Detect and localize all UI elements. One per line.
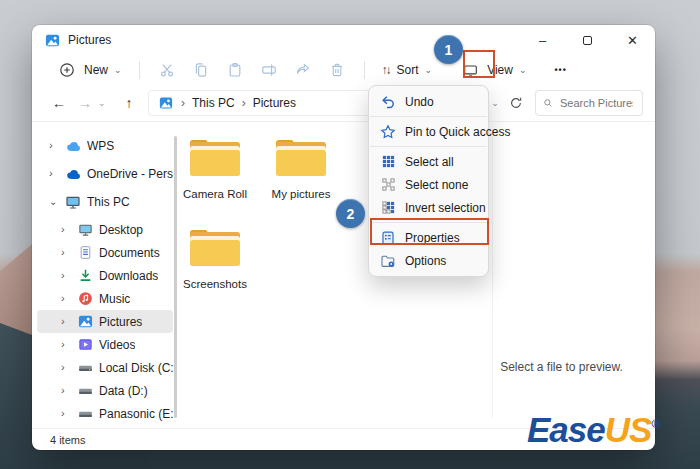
menu-item-label: Undo (405, 95, 434, 109)
back-button[interactable]: ← (46, 90, 72, 116)
sidebar-item-onedrive[interactable]: › OneDrive - Persona (37, 162, 173, 185)
delete-button[interactable] (325, 58, 349, 82)
chevron-right-icon[interactable]: › (61, 408, 71, 419)
ellipsis-icon: ••• (554, 65, 566, 75)
download-arrow-icon (77, 268, 93, 284)
chevron-right-icon[interactable]: › (61, 247, 71, 258)
chevron-right-icon[interactable]: › (61, 293, 71, 304)
folder-tile-screenshots[interactable]: Screenshots (170, 225, 260, 290)
chevron-right-icon[interactable]: › (49, 168, 59, 179)
pictures-icon (77, 314, 93, 330)
sidebar-item-label: Downloads (99, 269, 158, 283)
sidebar-item-label: Panasonic (E:) (99, 407, 173, 421)
window-controls: – ✕ (520, 25, 655, 55)
menu-item-label: Invert selection (405, 201, 486, 215)
hard-drive-icon (77, 383, 93, 399)
see-more-button[interactable]: ••• (547, 62, 573, 78)
chevron-right-icon[interactable]: › (61, 316, 71, 327)
close-button[interactable]: ✕ (610, 25, 655, 55)
copy-icon (193, 62, 209, 78)
sidebar-item-label: Desktop (99, 223, 143, 237)
folder-options-icon (380, 253, 396, 269)
refresh-button[interactable] (503, 90, 529, 116)
share-button[interactable] (291, 58, 315, 82)
easeus-watermark: EaseUS® (527, 412, 661, 447)
menu-item-select-all[interactable]: Select all (369, 150, 488, 173)
breadcrumb-pictures[interactable]: Pictures (253, 96, 296, 110)
search-icon (543, 97, 553, 109)
menu-item-pin-to-quick-access[interactable]: Pin to Quick access (369, 120, 488, 143)
sidebar-item-videos[interactable]: › Videos (37, 333, 173, 356)
sidebar-item-pictures[interactable]: › Pictures (37, 310, 173, 333)
menu-item-label: Pin to Quick access (405, 125, 510, 139)
search-input[interactable] (558, 96, 635, 110)
rename-button[interactable] (257, 58, 281, 82)
breadcrumb-this-pc[interactable]: This PC (192, 96, 235, 110)
chevron-right-icon[interactable]: › (61, 270, 71, 281)
menu-item-invert-selection[interactable]: Invert selection (369, 196, 488, 219)
folder-tile-camera-roll[interactable]: Camera Roll (170, 135, 260, 200)
chevron-right-icon[interactable]: › (49, 140, 59, 151)
sidebar-item-label: Videos (99, 338, 135, 352)
sidebar-item-label: Documents (99, 246, 160, 260)
hard-drive-icon (77, 406, 93, 422)
minimize-button[interactable]: – (520, 25, 565, 55)
sidebar-item-desktop[interactable]: › Desktop (37, 218, 173, 241)
command-toolbar: New ⌄ ↑↓ Sort ⌄ (32, 55, 655, 85)
toolbar-divider (139, 61, 140, 79)
recent-locations-chevron[interactable]: ⌄ (98, 98, 116, 108)
sidebar-item-wps[interactable]: › WPS (37, 134, 173, 157)
up-button[interactable]: ↑ (116, 90, 142, 116)
preview-pane-divider (492, 132, 493, 418)
maximize-icon (583, 36, 592, 45)
desktop-icon (77, 222, 93, 238)
explorer-window: Pictures – ✕ New ⌄ (32, 25, 655, 450)
menu-item-label: Select all (405, 155, 454, 169)
chevron-right-icon[interactable]: › (61, 339, 71, 350)
pictures-folder-icon (158, 95, 174, 111)
sidebar-item-data-d[interactable]: › Data (D:) (37, 379, 173, 402)
sidebar-item-this-pc[interactable]: ⌄ This PC (37, 190, 173, 213)
invert-selection-icon (380, 200, 396, 216)
clipboard-icon (227, 62, 243, 78)
menu-separator (370, 116, 487, 117)
sidebar-item-documents[interactable]: › Documents (37, 241, 173, 264)
sidebar-item-label: This PC (87, 195, 130, 209)
pictures-folder-icon (44, 32, 60, 48)
chevron-right-icon[interactable]: › (61, 224, 71, 235)
select-none-icon (380, 177, 396, 193)
sidebar-item-label: Local Disk (C:) (99, 361, 173, 375)
cut-button[interactable] (155, 58, 179, 82)
menu-item-select-none[interactable]: Select none (369, 173, 488, 196)
forward-button[interactable]: → (72, 90, 98, 116)
menu-item-options[interactable]: Options (369, 249, 488, 272)
hard-drive-icon (77, 360, 93, 376)
folder-name: Camera Roll (170, 188, 260, 200)
callout-step-2: 2 (336, 199, 365, 228)
sidebar-item-downloads[interactable]: › Downloads (37, 264, 173, 287)
maximize-button[interactable] (565, 25, 610, 55)
menu-item-undo[interactable]: Undo (369, 90, 488, 113)
search-box[interactable] (535, 90, 643, 116)
address-dropdown-chevron[interactable]: ⌄ (487, 98, 503, 108)
menu-separator (370, 146, 487, 147)
sidebar-item-panasonic-e[interactable]: › Panasonic (E:) (37, 402, 173, 425)
scissors-icon (159, 62, 175, 78)
copy-button[interactable] (189, 58, 213, 82)
onedrive-cloud-icon (65, 166, 81, 182)
paste-button[interactable] (223, 58, 247, 82)
title-bar[interactable]: Pictures – ✕ (32, 25, 655, 55)
select-all-icon (380, 154, 396, 170)
sidebar-item-local-disk-c[interactable]: › Local Disk (C:) (37, 356, 173, 379)
chevron-right-icon[interactable]: › (61, 385, 71, 396)
folder-icon (186, 225, 244, 269)
document-icon (77, 245, 93, 261)
chevron-right-icon[interactable]: › (61, 362, 71, 373)
chevron-down-icon[interactable]: ⌄ (49, 197, 59, 207)
sort-button[interactable]: ↑↓ Sort ⌄ (375, 60, 440, 80)
chevron-down-icon: ⌄ (114, 65, 122, 75)
new-button[interactable]: New ⌄ (48, 55, 129, 85)
sidebar-item-music[interactable]: › Music (37, 287, 173, 310)
sidebar-item-label: Pictures (99, 315, 142, 329)
folder-tile-my-pictures[interactable]: My pictures (256, 135, 346, 200)
